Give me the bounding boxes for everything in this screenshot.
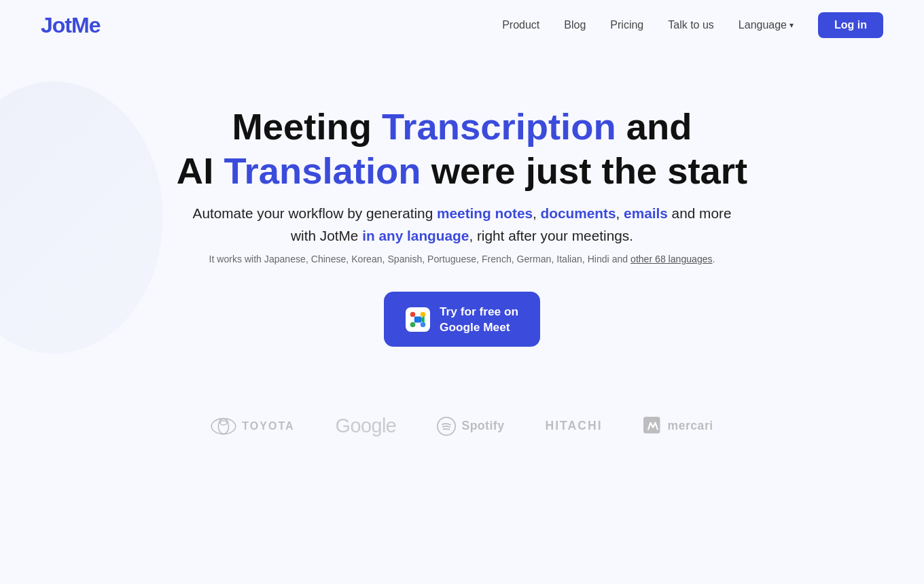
- brand-toyota: TOYOTA: [211, 417, 294, 436]
- mercari-icon: [643, 417, 662, 436]
- cta-text: Try for free on Google Meet: [440, 304, 518, 334]
- nav-talk[interactable]: Talk to us: [668, 19, 714, 31]
- spotify-icon: [437, 417, 456, 436]
- brands-section: TOYOTA Google Spotify HITACHI mercari: [0, 374, 924, 464]
- hero-subtitle: Automate your workflow by generating mee…: [14, 202, 910, 247]
- google-meet-icon: [406, 307, 430, 332]
- chevron-down-icon: ▾: [789, 20, 794, 30]
- svg-point-4: [421, 322, 426, 327]
- toyota-icon: [211, 417, 236, 436]
- hero-languages: It works with Japanese, Chinese, Korean,…: [14, 254, 910, 264]
- navbar: JotMe Product Blog Pricing Talk to us La…: [0, 0, 924, 50]
- hero-section: Meeting Transcription and AI Translation…: [0, 50, 924, 374]
- brand-mercari: mercari: [643, 417, 713, 436]
- language-selector[interactable]: Language ▾: [739, 19, 794, 31]
- brand-hitachi: HITACHI: [546, 419, 603, 433]
- languages-link[interactable]: other 68 languages: [630, 254, 713, 264]
- svg-rect-5: [414, 316, 422, 322]
- brand-spotify: Spotify: [437, 417, 504, 436]
- svg-point-3: [410, 322, 416, 327]
- brand-logo[interactable]: JotMe: [41, 13, 100, 38]
- nav-pricing[interactable]: Pricing: [610, 19, 643, 31]
- login-button[interactable]: Log in: [818, 12, 883, 38]
- svg-point-8: [220, 420, 227, 424]
- cta-button[interactable]: Try for free on Google Meet: [384, 292, 540, 347]
- nav-product[interactable]: Product: [502, 19, 539, 31]
- hero-title: Meeting Transcription and AI Translation…: [14, 105, 910, 194]
- nav-blog[interactable]: Blog: [564, 19, 586, 31]
- svg-point-1: [410, 311, 416, 317]
- svg-point-2: [421, 311, 426, 317]
- nav-links: Product Blog Pricing Talk to us Language…: [502, 12, 883, 38]
- brand-google: Google: [336, 415, 397, 437]
